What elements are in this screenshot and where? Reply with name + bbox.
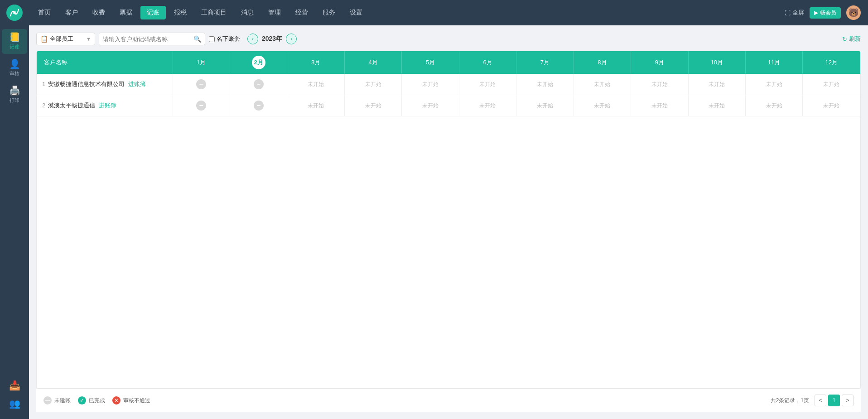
not-started-text: 未开始 (823, 81, 839, 87)
month-cell-10: 未开始 (688, 95, 745, 116)
prev-page-button[interactable]: < (815, 395, 826, 406)
main-content: 📋 全部员工 ▼ 🔍 名下账套 ‹ 2023年 › ↻ 刷新 (29, 25, 868, 419)
nav-right-actions: ⛶ 全屏 ▶ 畅会员 🐻 (785, 5, 861, 20)
month-cell-2[interactable]: − (230, 74, 287, 95)
customer-name: 漠澳太平畅捷通信 (48, 102, 95, 109)
nav-home[interactable]: 首页 (32, 6, 57, 19)
nav-business[interactable]: 工商项目 (195, 6, 233, 19)
subordinate-checkbox[interactable] (209, 36, 215, 42)
col-header-jan: 1月 (173, 51, 230, 74)
month-cell-11: 未开始 (746, 95, 803, 116)
bookkeeping-icon: 📒 (9, 33, 20, 42)
not-started-text: 未开始 (766, 102, 782, 109)
row-number: 1 (42, 81, 45, 87)
month-cell-12: 未开始 (803, 74, 860, 95)
col-header-jun: 6月 (459, 51, 516, 74)
not-started-text: 未开始 (709, 81, 725, 87)
sidebar-item-download[interactable]: 📥 (2, 377, 27, 394)
col-header-mar: 3月 (287, 51, 344, 74)
left-sidebar: 📒 记账 👤 审核 🖨️ 打印 📥 👥 (0, 25, 29, 419)
month-cell-8: 未开始 (574, 95, 631, 116)
nav-customer[interactable]: 客户 (59, 6, 84, 19)
year-navigation: ‹ 2023年 › (247, 34, 297, 44)
not-started-text: 未开始 (537, 81, 553, 87)
nav-service[interactable]: 服务 (316, 6, 342, 19)
search-wrap: 🔍 (99, 33, 205, 45)
not-started-text: 未开始 (422, 81, 439, 87)
month-cell-1[interactable]: − (173, 95, 230, 116)
table-row: 2漠澳太平畅捷通信进账簿−−未开始未开始未开始未开始未开始未开始未开始未开始未开… (37, 95, 860, 116)
nav-operations[interactable]: 经营 (289, 6, 314, 19)
col-header-aug: 8月 (574, 51, 631, 74)
search-button[interactable]: 🔍 (190, 33, 205, 45)
not-started-text: 未开始 (479, 102, 496, 109)
nav-messages[interactable]: 消息 (235, 6, 260, 19)
not-started-text: 未开始 (651, 81, 668, 87)
month-cell-4: 未开始 (344, 95, 401, 116)
subordinate-checkbox-wrap[interactable]: 名下账套 (209, 35, 240, 43)
print-icon: 🖨️ (9, 86, 20, 95)
year-next-button[interactable]: › (286, 34, 297, 44)
refresh-label: 刷新 (849, 35, 861, 43)
month-cell-9: 未开始 (631, 74, 688, 95)
sidebar-bottom: 📥 👥 (2, 377, 27, 412)
sidebar-item-print[interactable]: 🖨️ 打印 (2, 82, 27, 107)
active-month-circle: 2月 (252, 56, 265, 69)
not-started-text: 未开始 (479, 81, 496, 87)
nav-tax[interactable]: 报税 (168, 6, 193, 19)
legend-teal-icon: ✓ (78, 396, 86, 405)
fullscreen-button[interactable]: ⛶ 全屏 (785, 9, 804, 17)
account-table: 客户名称 1月 2月 3月 4月 5月 6月 7月 8月 9月 10月 11月 … (37, 51, 860, 116)
sidebar-item-team[interactable]: 👥 (2, 395, 27, 412)
vip-button[interactable]: ▶ 畅会员 (810, 7, 841, 19)
month-cell-5: 未开始 (402, 95, 459, 116)
not-started-text: 未开始 (594, 81, 610, 87)
legend-completed: ✓ 已完成 (78, 396, 105, 405)
sidebar-item-audit[interactable]: 👤 审核 (2, 56, 27, 81)
employee-select[interactable]: 📋 全部员工 ▼ (36, 33, 95, 45)
year-prev-button[interactable]: ‹ (247, 34, 258, 44)
refresh-button[interactable]: ↻ 刷新 (842, 35, 861, 43)
download-icon: 📥 (9, 381, 20, 390)
search-input[interactable] (99, 34, 190, 45)
month-cell-1[interactable]: − (173, 74, 230, 95)
not-started-text: 未开始 (537, 102, 553, 109)
col-header-sep: 9月 (631, 51, 688, 74)
nav-bookkeeping[interactable]: 记账 (140, 6, 166, 19)
nav-invoice[interactable]: 票据 (113, 6, 139, 19)
sidebar-bookkeeping-label: 记账 (10, 43, 19, 50)
legend-completed-label: 已完成 (89, 397, 105, 405)
not-started-text: 未开始 (365, 102, 381, 109)
nav-billing[interactable]: 收费 (86, 6, 111, 19)
nav-management[interactable]: 管理 (262, 6, 287, 19)
employee-icon: 📋 (40, 35, 48, 43)
legend-gray-icon: — (43, 396, 52, 405)
month-cell-5: 未开始 (402, 74, 459, 95)
account-table-wrap: 客户名称 1月 2月 3月 4月 5月 6月 7月 8月 9月 10月 11月 … (36, 51, 861, 389)
month-cell-10: 未开始 (688, 74, 745, 95)
pagination-info: 共2条记录，1页 (771, 397, 809, 405)
not-started-text: 未开始 (823, 102, 839, 109)
legend-red-icon: ✕ (112, 396, 121, 405)
col-header-jul: 7月 (516, 51, 574, 74)
month-cell-2[interactable]: − (230, 95, 287, 116)
col-header-customer: 客户名称 (37, 51, 173, 74)
toolbar: 📋 全部员工 ▼ 🔍 名下账套 ‹ 2023年 › ↻ 刷新 (36, 33, 861, 45)
col-header-feb: 2月 (230, 51, 287, 74)
row-number: 2 (42, 102, 45, 109)
enter-ledger-link[interactable]: 进账簿 (99, 102, 116, 109)
sidebar-item-bookkeeping[interactable]: 📒 记账 (2, 29, 27, 54)
current-page-button[interactable]: 1 (828, 395, 840, 406)
app-logo[interactable] (0, 0, 29, 25)
table-footer: — 未建账 ✓ 已完成 ✕ 审核不通过 共2条记录，1页 < 1 > (36, 389, 861, 412)
legend-not-created: — 未建账 (43, 396, 71, 405)
status-dash-icon: − (254, 79, 264, 89)
nav-settings[interactable]: 设置 (343, 6, 369, 19)
enter-ledger-link[interactable]: 进账簿 (128, 81, 146, 87)
legend-not-created-label: 未建账 (54, 397, 71, 405)
fullscreen-label: 全屏 (792, 9, 804, 17)
user-avatar[interactable]: 🐻 (846, 5, 861, 20)
fullscreen-icon: ⛶ (785, 10, 791, 16)
vip-label: 畅会员 (820, 9, 836, 17)
next-page-button[interactable]: > (842, 395, 854, 406)
